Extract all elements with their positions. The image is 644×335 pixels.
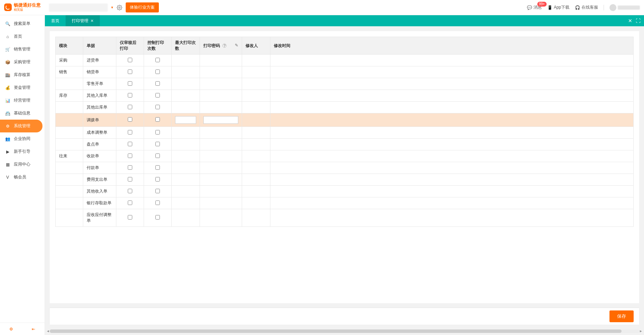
sidebar-item-1[interactable]: ⌂首页: [0, 30, 45, 43]
sidebar-item-0[interactable]: 🔍搜索菜单: [0, 17, 45, 30]
cell-modifier: [242, 209, 270, 227]
edit-icon[interactable]: ✎: [235, 43, 238, 48]
cell-pwd: [200, 150, 242, 162]
audit-checkbox[interactable]: [128, 153, 132, 158]
control-checkbox[interactable]: [155, 142, 160, 146]
mobile-icon: 📱: [547, 5, 552, 10]
control-checkbox[interactable]: [155, 165, 160, 170]
cell-max: [172, 66, 200, 78]
cell-modtime: [270, 162, 634, 174]
control-checkbox[interactable]: [155, 117, 160, 122]
close-all-icon[interactable]: ✕: [628, 18, 632, 24]
cell-audit: [116, 150, 144, 162]
audit-checkbox[interactable]: [128, 165, 132, 170]
audit-checkbox[interactable]: [128, 117, 132, 122]
sidebar-item-2[interactable]: 🛒销售管理: [0, 43, 45, 56]
cell-pwd: [200, 90, 242, 102]
tab-print-management[interactable]: 打印管理 ✕: [66, 15, 100, 26]
stock-icon: 🏬: [5, 72, 10, 78]
messages-link[interactable]: 💬 消息 99+: [527, 4, 542, 10]
cell-modifier: [242, 102, 270, 113]
th-pwd-label: 打印密码: [203, 43, 220, 48]
max-print-input[interactable]: [175, 116, 196, 124]
cell-modifier: [242, 174, 270, 186]
sidebar-item-8[interactable]: ⚙系统管理: [0, 120, 42, 132]
cell-doc: 零售开单: [83, 78, 116, 90]
control-checkbox[interactable]: [155, 69, 160, 74]
audit-checkbox[interactable]: [128, 81, 132, 86]
close-icon[interactable]: ✕: [90, 19, 94, 23]
gear-icon[interactable]: [117, 5, 122, 10]
tab-home[interactable]: 首页: [45, 15, 66, 26]
main-area: 首页 打印管理 ✕ ✕ ⛶: [45, 15, 644, 335]
scroll-right-icon[interactable]: ►: [639, 329, 643, 333]
audit-checkbox[interactable]: [128, 142, 132, 146]
control-checkbox[interactable]: [155, 177, 160, 182]
audit-checkbox[interactable]: [128, 69, 132, 74]
audit-checkbox[interactable]: [128, 215, 132, 220]
collapse-icon[interactable]: ⇤: [32, 327, 35, 332]
control-checkbox[interactable]: [155, 93, 160, 97]
control-checkbox[interactable]: [155, 130, 160, 134]
cell-doc: 收款单: [83, 150, 116, 162]
save-button[interactable]: 保存: [609, 310, 634, 322]
table-row: 调拨单: [56, 113, 634, 127]
cell-audit: [116, 55, 144, 66]
audit-checkbox[interactable]: [128, 189, 132, 193]
sidebar-item-11[interactable]: ▦应用中心: [0, 158, 45, 171]
cell-pwd: [200, 162, 242, 174]
sidebar-item-9[interactable]: 👥企业协同: [0, 132, 45, 145]
control-checkbox[interactable]: [155, 215, 160, 220]
sidebar-item-5[interactable]: 💰资金管理: [0, 81, 45, 94]
user-menu[interactable]: [609, 4, 640, 11]
cell-doc: 银行存取款单: [83, 197, 116, 209]
app-download-link[interactable]: 📱 App下载: [547, 4, 569, 10]
cell-control: [144, 139, 172, 150]
audit-checkbox[interactable]: [128, 130, 132, 134]
cell-control: [144, 113, 172, 127]
th-control: 控制打印次数: [144, 37, 172, 55]
control-checkbox[interactable]: [155, 105, 160, 109]
sidebar-item-3[interactable]: 📦采购管理: [0, 56, 45, 68]
control-checkbox[interactable]: [155, 153, 160, 158]
cell-control: [144, 66, 172, 78]
print-password-input[interactable]: [203, 116, 238, 124]
settings-icon[interactable]: ⚙: [9, 327, 13, 332]
audit-checkbox[interactable]: [128, 93, 132, 97]
home-icon: ⌂: [5, 34, 10, 39]
sidebar-item-label: 应用中心: [14, 161, 30, 167]
control-checkbox[interactable]: [155, 201, 160, 205]
cell-control: [144, 78, 172, 90]
horizontal-scrollbar[interactable]: ◄ ►: [50, 329, 639, 333]
scroll-left-icon[interactable]: ◄: [46, 329, 50, 333]
control-checkbox[interactable]: [155, 189, 160, 193]
cell-modtime: [270, 90, 634, 102]
cell-control: [144, 162, 172, 174]
experience-button[interactable]: 体验行业方案: [126, 2, 159, 12]
support-link[interactable]: 🎧 在线客服: [575, 4, 598, 10]
sidebar-item-10[interactable]: ▶新手引导: [0, 145, 45, 158]
table-row: 付款单: [56, 162, 634, 174]
audit-checkbox[interactable]: [128, 105, 132, 109]
sidebar-item-12[interactable]: V畅会员: [0, 171, 45, 184]
sidebar-item-6[interactable]: 📊经营管理: [0, 94, 45, 107]
cell-pwd: [200, 78, 242, 90]
table-row: 其他收入单: [56, 186, 634, 197]
tenant-switcher[interactable]: ▾: [49, 3, 122, 12]
sidebar-item-4[interactable]: 🏬库存核算: [0, 68, 45, 81]
th-doc: 单据: [83, 37, 116, 55]
audit-checkbox[interactable]: [128, 177, 132, 182]
cell-module: [56, 139, 83, 150]
sidebar-item-7[interactable]: 📇基础信息: [0, 107, 45, 120]
tabs-bar: 首页 打印管理 ✕ ✕ ⛶: [45, 15, 644, 26]
fullscreen-icon[interactable]: ⛶: [636, 18, 641, 24]
cell-modtime: [270, 66, 634, 78]
control-checkbox[interactable]: [155, 58, 160, 62]
control-checkbox[interactable]: [155, 81, 160, 86]
audit-checkbox[interactable]: [128, 58, 132, 62]
cell-modtime: [270, 209, 634, 227]
sidebar-item-label: 库存核算: [14, 72, 30, 78]
cell-control: [144, 197, 172, 209]
audit-checkbox[interactable]: [128, 201, 132, 205]
help-icon[interactable]: ?: [222, 44, 227, 48]
